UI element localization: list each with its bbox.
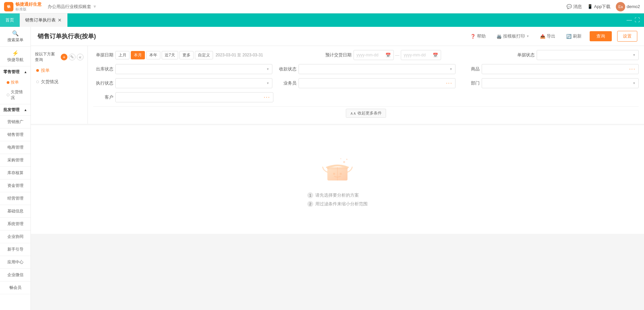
collect-status-select[interactable]: ▼ xyxy=(299,64,455,74)
export-label: 导出 xyxy=(547,33,555,39)
filter-field-collect-status: 收款状态 ▼ xyxy=(276,64,455,74)
avatar: Ea xyxy=(616,2,625,11)
filter-field-exec-status: 执行状态 ▼ xyxy=(93,78,272,88)
exec-status-select[interactable]: ▼ xyxy=(115,78,272,88)
filter-sidebar-header: 按以下方案查询 + ✎ « xyxy=(31,49,88,65)
svg-point-7 xyxy=(340,173,342,175)
breadcrumb: 办公用品行业模拟账套 ▼ xyxy=(48,4,97,10)
sidebar-item-finance[interactable]: 资金管理 xyxy=(0,179,31,192)
date-btn-last-month[interactable]: 上月 xyxy=(115,51,129,59)
dept-select[interactable]: ▼ xyxy=(482,78,639,88)
calendar-to-icon: 📅 xyxy=(433,53,438,58)
user-profile[interactable]: Ea demo2 xyxy=(616,2,640,11)
query-button[interactable]: 查询 xyxy=(590,31,612,41)
date-btn-current-year[interactable]: 本年 xyxy=(146,51,160,59)
sidebar-finance-label: 资金管理 xyxy=(7,183,23,189)
tab-home-label: 首页 xyxy=(5,17,14,23)
date-btn-7days[interactable]: 近7天 xyxy=(162,51,178,59)
print-button[interactable]: 🖨️ 按模板打印 ▼ xyxy=(494,32,532,41)
collapse-button[interactable]: ∧∧ 收起更多条件 xyxy=(346,109,386,118)
sidebar-group-retail-header[interactable]: 零售管理 ▲ xyxy=(0,66,31,78)
tab-sales-exec[interactable]: 销售订单执行表 ✕ xyxy=(20,13,67,27)
expected-date-label: 预计交货日期 xyxy=(325,52,352,58)
sidebar-item-sales-mgmt[interactable]: 销售管理 xyxy=(0,128,31,141)
sidebar-group-wholesale-header[interactable]: 批发管理 ▲ xyxy=(0,104,31,115)
tab-minimize-icon[interactable]: — xyxy=(627,17,632,23)
filter-edit-button[interactable]: ✎ xyxy=(69,54,75,60)
tip-2-text: 用过滤条件来缩小分析范围 xyxy=(315,201,368,207)
goods-select[interactable]: ··· xyxy=(482,64,639,74)
sidebar-item-newbie[interactable]: 新手引导 xyxy=(0,243,31,256)
sidebar-group-wholesale: 批发管理 ▲ xyxy=(0,104,31,116)
top-header-left: 畅 畅捷通好生意 标准版 办公用品行业模拟账套 ▼ xyxy=(4,2,97,11)
export-button[interactable]: 📤 导出 xyxy=(537,32,558,41)
doc-status-select[interactable]: ▼ xyxy=(537,50,639,60)
settings-button[interactable]: 设置 xyxy=(617,31,637,42)
ship-status-select[interactable]: ▼ xyxy=(115,64,272,74)
goods-more-icon: ··· xyxy=(629,66,636,72)
filter-sidebar: 按以下方案查询 + ✎ « 按单 xyxy=(31,46,88,124)
sidebar-item-basic[interactable]: 基础信息 xyxy=(0,205,31,218)
tab-close-icon[interactable]: ✕ xyxy=(58,18,62,22)
tab-maximize-icon[interactable]: ⛶ xyxy=(635,17,640,23)
date-btn-custom[interactable]: 自定义 xyxy=(195,51,213,59)
app-download-icon: 📱 xyxy=(587,4,593,9)
collapse-label: 收起更多条件 xyxy=(358,110,382,116)
salesperson-select[interactable]: ··· xyxy=(299,78,455,88)
sidebar-item-member[interactable]: 畅会员 xyxy=(0,281,31,294)
sidebar-item-appstore[interactable]: 应用中心 xyxy=(0,256,31,269)
owe-dot xyxy=(7,94,9,96)
filter-owe-goods-label: 欠货情况 xyxy=(41,79,58,85)
filter-add-button[interactable]: + xyxy=(61,54,67,60)
sidebar-item-ops[interactable]: 经营管理 xyxy=(0,192,31,205)
sidebar-item-system[interactable]: 系统管理 xyxy=(0,218,31,230)
expected-date-from[interactable]: yyyy-mm-dd 📅 xyxy=(354,50,394,60)
tab-home[interactable]: 首页 xyxy=(0,13,20,27)
date-btn-more[interactable]: 更多 xyxy=(179,51,194,59)
sidebar-sub-item-owe-goods[interactable]: 欠货情况 xyxy=(0,87,31,103)
sidebar-sub-item-by-order[interactable]: 按单 xyxy=(0,78,31,87)
sidebar-system-label: 系统管理 xyxy=(7,221,23,227)
empty-state-tips: 1 请先选择要分析的方案 2 用过滤条件来缩小分析范围 xyxy=(307,192,368,207)
help-button[interactable]: ❓ 帮助 xyxy=(468,32,488,41)
sidebar-item-inventory[interactable]: 库存核算 xyxy=(0,167,31,179)
filter-by-order-dot xyxy=(36,69,39,72)
refresh-button[interactable]: 🔄 刷新 xyxy=(564,32,584,41)
filter-row-2: 出库状态 ▼ 收款状态 ▼ 商品 xyxy=(93,64,639,74)
filter-edit-icon: ✎ xyxy=(70,54,74,60)
date-range-display: 2023-03-01 至 2023-03-31 xyxy=(216,52,263,58)
sidebar-appstore-label: 应用中心 xyxy=(7,259,23,265)
sidebar-item-ecommerce[interactable]: 电商管理 xyxy=(0,141,31,154)
sidebar-item-quick-nav[interactable]: ⚡ 快捷导航 xyxy=(0,47,31,66)
search-icon: 🔍 xyxy=(12,30,19,37)
date-label: 单据日期 xyxy=(93,52,113,58)
filter-collapse-button[interactable]: « xyxy=(77,54,84,60)
filter-option-owe-goods[interactable]: 欠货情况 xyxy=(31,76,88,88)
collapse-row: ∧∧ 收起更多条件 xyxy=(93,106,639,120)
app-download-button[interactable]: 📱 App下载 xyxy=(587,4,610,10)
print-dropdown-icon: ▼ xyxy=(526,35,529,38)
exec-status-label: 执行状态 xyxy=(93,80,113,86)
sidebar-item-search[interactable]: 🔍 搜索菜单 xyxy=(0,27,31,47)
app-download-label: App下载 xyxy=(594,4,610,10)
breadcrumb-text: 办公用品行业模拟账套 xyxy=(48,4,91,10)
goods-label: 商品 xyxy=(460,66,480,72)
customer-select[interactable]: ··· xyxy=(115,92,273,102)
main-container: 🔍 搜索菜单 ⚡ 快捷导航 零售管理 ▲ 按单 欠货情况 xyxy=(0,27,644,310)
sidebar-item-purchase[interactable]: 采购管理 xyxy=(0,154,31,167)
top-header: 畅 畅捷通好生意 标准版 办公用品行业模拟账套 ▼ 💬 消息 📱 App下载 E… xyxy=(0,0,644,13)
date-btn-current-month[interactable]: 本月 xyxy=(131,51,145,59)
help-icon: ❓ xyxy=(470,34,476,39)
filter-field-ship-status: 出库状态 ▼ xyxy=(93,64,272,74)
sidebar-enterprise-label: 企业协同 xyxy=(7,234,23,240)
expected-date-to[interactable]: yyyy-mm-dd 📅 xyxy=(401,50,441,60)
sidebar-item-enterprise[interactable]: 企业协同 xyxy=(0,230,31,243)
ship-status-chevron-icon: ▼ xyxy=(266,67,269,71)
sidebar-item-wechat[interactable]: 企业微信 xyxy=(0,269,31,281)
message-button[interactable]: 💬 消息 xyxy=(567,4,582,10)
filter-option-by-order[interactable]: 按单 xyxy=(31,65,88,76)
sidebar-marketing-label: 营销推广 xyxy=(7,119,23,125)
sidebar-item-marketing[interactable]: 营销推广 xyxy=(0,116,31,128)
sidebar-purchase-label: 采购管理 xyxy=(7,157,23,163)
filter-field-customer: 客户 ··· xyxy=(93,92,273,102)
